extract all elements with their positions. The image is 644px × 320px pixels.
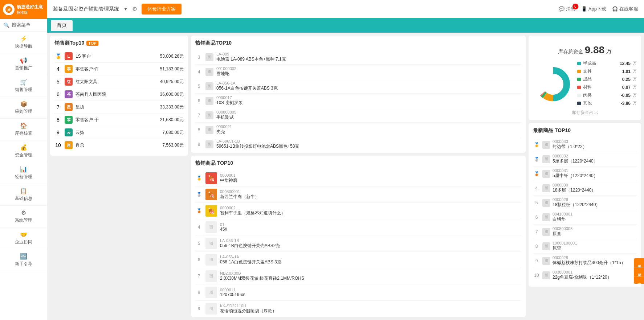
hot-product-item[interactable]: 🥇 🍖 0000001 中华神磨 xyxy=(195,170,521,186)
rank-label: 6 xyxy=(195,98,203,103)
new-product-item[interactable]: 8 图 10000100001 原查 xyxy=(533,239,637,254)
sales-product-item[interactable]: 6 图 0000017 10S 变刻罗浆 xyxy=(195,94,521,108)
sidebar-item-marketing[interactable]: 📢 营销推广 xyxy=(0,53,47,75)
product-code: NB2.0X30B xyxy=(220,271,521,275)
mid-column: 热销商品TOP10 3 图 LA-089 电池盖 LA-089 ABS本色+黑种… xyxy=(191,36,526,317)
rank-label: 7 xyxy=(195,274,203,279)
system-dropdown-btn[interactable]: ▼ xyxy=(123,7,128,12)
new-product-item[interactable]: 10 图 003800001 22g鱼豆腐-烧烤味（1*12*20） xyxy=(533,268,637,282)
product-code: LA-056-1B xyxy=(220,238,521,243)
legend-value: -0.05 xyxy=(621,93,631,98)
customer-avatar: 零 xyxy=(65,65,73,73)
legend-value: 1.01 xyxy=(622,69,631,74)
new-product-item[interactable]: 7 图 000800008 原查 xyxy=(533,225,637,239)
messages-btn[interactable]: 💬 消息 6 xyxy=(559,6,575,12)
sidebar-item-inventory[interactable]: 🏠 库存核算 xyxy=(0,119,47,140)
new-product-item[interactable]: 9 图 0000028 体槭荔枝味苏打饮品400毫升（1*15） xyxy=(533,254,637,268)
hot-product-item[interactable]: 8 图 0000011 12070519-xs xyxy=(195,284,521,301)
float-panel: 客服热线 服务社区 直播 xyxy=(634,258,644,284)
legend-unit: 万 xyxy=(633,61,637,66)
rank-medal: 10 xyxy=(54,142,62,148)
rank-medal: 9 xyxy=(54,130,62,135)
sidebar-item-purchase[interactable]: 📦 采购管理 xyxy=(0,97,47,119)
product-name: 新西兰牛肉（新牛） xyxy=(220,194,521,200)
new-product-item[interactable]: 🥉 图 0000031 5厘中纤（1220*2440） xyxy=(533,167,637,181)
product-name: 花语萌恒温分腿睡袋（厚款） xyxy=(220,308,521,314)
message-icon: 💬 xyxy=(559,6,564,12)
hot-product-item[interactable]: 🥉 🍖 0000002 智利车子里（规格不知道填什么） xyxy=(195,203,521,219)
sidebar-item-sales[interactable]: 🛒 销售管理 xyxy=(0,75,47,97)
legend-value: 0.25 xyxy=(622,77,631,82)
customer-list-item[interactable]: 6 苍 苍南县人民医院 36,600.00元 xyxy=(54,88,184,101)
float-btn-service[interactable]: 客服热线 xyxy=(634,258,644,267)
product-info: 0000002 智利车子里（规格不知道填什么） xyxy=(220,206,521,216)
right-column: 库存总资金 9.88 万 xyxy=(529,36,641,317)
float-btn-community[interactable]: 服务社区 xyxy=(634,267,644,276)
left-column: 销售额Top10 TOP 🥇 L LS 客户 53,006.26元 4 零 零售… xyxy=(50,36,188,317)
product-placeholder: 图 xyxy=(542,242,550,250)
search-icon: 🔍 xyxy=(4,22,9,28)
new-product-item[interactable]: 🥈 图 0000032 5厘多层（1220*2440） xyxy=(533,152,637,167)
customer-value: 33,333.00元 xyxy=(160,104,184,110)
rank-label: 🥉 xyxy=(533,171,540,176)
app-download-btn[interactable]: 📱 App下载 xyxy=(581,6,606,12)
messages-badge: 6 xyxy=(572,4,578,9)
trial-button[interactable]: 体验行业方案 xyxy=(142,4,182,15)
online-service-btn[interactable]: 🎧 在线客服 xyxy=(612,6,638,12)
sales-product-item[interactable]: 5 图 LA-056-1A 056-1A白色按键开关盖ABS 3克 xyxy=(195,79,521,94)
content-area: 销售额Top10 TOP 🥇 L LS 客户 53,006.26元 4 零 零售… xyxy=(47,33,644,320)
product-name: 12070519-xs xyxy=(220,292,521,297)
sidebar-item-system[interactable]: ⚙ 系统管理 xyxy=(0,206,47,227)
inventory-total: 库存总资金 9.88 万 xyxy=(533,40,637,60)
hot-product-item[interactable]: 6 图 LA-056-1A 056-1A白色按键开关盖ABS 3克 xyxy=(195,252,521,268)
product-name: 056-1A白色按键开关盖ABS 3克 xyxy=(220,259,521,265)
hot-product-item[interactable]: 7 图 NB2.0X30B 2.0X30MM双搓花轴.搓花直径2.1MM/ROH… xyxy=(195,268,521,284)
customer-list-item[interactable]: 5 红 红太阳文具 40,925.00元 xyxy=(54,75,184,88)
product-placeholder: 图 xyxy=(542,155,550,163)
new-product-item[interactable]: 5 图 0000029 18颗粒板（1220*2440） xyxy=(533,196,637,210)
sidebar-item-quick-nav[interactable]: ⚡ 快捷导航 xyxy=(0,32,47,53)
hot-product-item[interactable]: 9 图 KK-SD22110H 花语萌恒温分腿睡袋（厚款） xyxy=(195,301,521,317)
sales-product-item[interactable]: 3 图 LA-089 电池盖 LA-089 ABS本色+黑种 7.1克 xyxy=(195,50,521,65)
product-thumb: 图 xyxy=(205,221,217,233)
sales-product-item[interactable]: 8 图 0000021 夹壳 xyxy=(195,123,521,137)
hot-product-item[interactable]: 🥈 🍖 000500001 新西兰牛肉（新牛） xyxy=(195,186,521,203)
sales-product-item[interactable]: 7 图 000800005 手机测试 xyxy=(195,108,521,123)
product-info: KK-SD22110H 花语萌恒温分腿睡袋（厚款） xyxy=(220,304,521,314)
customer-list-item[interactable]: 4 零 零售客户-许 51,183.00元 xyxy=(54,63,184,75)
float-btn-live[interactable]: 直播 xyxy=(634,276,644,284)
new-product-item[interactable]: 4 图 0000030 18多层（1220*2440） xyxy=(533,181,637,196)
sales-product-item[interactable]: 9 图 LA-59651-1B 59651-1B旋转投影灯电池盒ABS黑色+58… xyxy=(195,137,521,151)
product-thumb: 🍖 xyxy=(205,205,217,217)
sidebar-item-operations[interactable]: 📊 经营管理 xyxy=(0,162,47,184)
sidebar-item-finance[interactable]: 💰 资金管理 xyxy=(0,140,47,162)
legend-unit: 万 xyxy=(633,69,637,74)
purchase-icon: 📦 xyxy=(20,100,27,107)
search-menu-item[interactable]: 🔍 搜索菜单 xyxy=(0,19,47,32)
product-thumb: 图 xyxy=(205,303,217,315)
hot-product-item[interactable]: 4 图 01 45# xyxy=(195,219,521,235)
newest-products-card: 最新商品 TOP10 🥇 图 0000033 封边带（1.0*22） 🥈 图 0… xyxy=(529,123,641,287)
nav-icon: ⚡ xyxy=(20,35,27,42)
sales-product-item[interactable]: 4 图 001000002 雪地靴 xyxy=(195,65,521,79)
sidebar: 好 畅捷通好生意 标准版 🔍 搜索菜单 ⚡ 快捷导航 📢 营销推广 🛒 销售管理… xyxy=(0,0,47,320)
legend-unit: 万 xyxy=(633,85,637,90)
tab-home[interactable]: 首页 xyxy=(51,20,73,31)
legend-item: 肉类 -0.05 万 xyxy=(577,92,637,98)
new-product-item[interactable]: 🥇 图 0000033 封边带（1.0*22） xyxy=(533,138,637,152)
customer-list-item[interactable]: 🥇 L LS 客户 53,006.26元 xyxy=(54,50,184,63)
sidebar-item-enterprise[interactable]: 🤝 企业协同 xyxy=(0,227,47,249)
sidebar-item-guide[interactable]: 🆕 新手引导 xyxy=(0,249,47,271)
customer-value: 7,680.00元 xyxy=(162,130,184,136)
settings-icon[interactable]: ⚙ xyxy=(132,5,137,12)
customer-list-item[interactable]: 7 星 星扬 33,333.00元 xyxy=(54,101,184,114)
rank-label: 🥇 xyxy=(533,142,540,147)
product-name: 2.0X30MM双搓花轴.搓花直径2.1MM/ROHS xyxy=(220,275,521,282)
sidebar-item-basic-info[interactable]: 📋 基础信息 xyxy=(0,184,47,206)
legend-item: 材料 0.07 万 xyxy=(577,84,637,90)
hot-product-item[interactable]: 5 图 LA-056-1B 056-1B白色按键开关壳ABS2壳 xyxy=(195,235,521,252)
customer-list-item[interactable]: 9 云 云扬 7,680.00元 xyxy=(54,126,184,139)
customer-list-item[interactable]: 8 零 零售客户-于 21,680.00元 xyxy=(54,114,184,126)
customer-list-item[interactable]: 10 肖 肖总 7,563.00元 xyxy=(54,139,184,151)
new-product-item[interactable]: 6 图 004100001 白钢垫 xyxy=(533,210,637,225)
